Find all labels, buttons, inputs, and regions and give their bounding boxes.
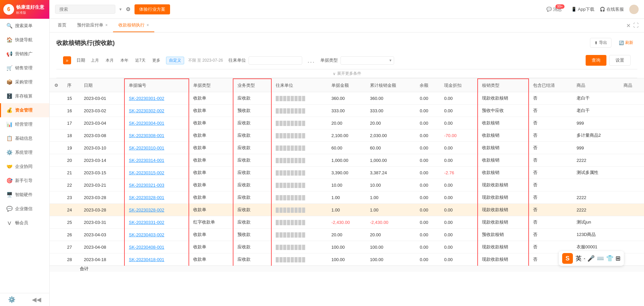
sidebar-item-purchase[interactable]: 📦 采购管理: [0, 75, 49, 89]
filter-bar: » 日期 上月 本月 本年 近7天 更多 自定义 不限 至 2023-07-26: [56, 52, 637, 69]
sidebar-item-marketing[interactable]: 📢 营销推广: [0, 47, 49, 61]
sidebar-item-corp[interactable]: 🤝 企业协同: [0, 160, 49, 174]
date-last-month[interactable]: 上月: [88, 56, 102, 65]
td-order-no[interactable]: SK-20230308-001: [124, 129, 189, 142]
sidebar-item-system[interactable]: ⚙️ 系统管理: [0, 145, 49, 160]
sidebar-item-finance[interactable]: 💰 资金管理: [0, 103, 49, 117]
collapse-icon[interactable]: ◀◀: [32, 296, 41, 303]
topbar-search-input[interactable]: [55, 5, 115, 14]
order-type-select[interactable]: [340, 56, 394, 65]
td-date: 2023-03-01: [80, 92, 124, 105]
td-order-no[interactable]: SK-20230304-001: [124, 117, 189, 129]
td-order-no[interactable]: SK-20230408-001: [124, 241, 189, 253]
guide-label: 新手引导: [15, 178, 33, 184]
sidebar-item-hardware[interactable]: 🖥️ 智能硬件: [0, 188, 49, 202]
sidebar-item-shortcut[interactable]: 🏠 快捷导航: [0, 33, 49, 47]
sidebar-item-operation[interactable]: 📊 经营管理: [0, 117, 49, 131]
td-balance: 0.00: [416, 129, 440, 142]
s-icon-mic[interactable]: 🎤: [587, 255, 595, 262]
s-icon-grid[interactable]: ⊞: [615, 255, 621, 262]
wechat-icon: 💬: [6, 206, 12, 212]
td-order-type: 收款单: [189, 154, 233, 167]
td-order-no[interactable]: SK-20230331-002: [124, 216, 189, 229]
table-row: 192023-03-10SK-20230310-001收款单应收款███████…: [50, 142, 644, 154]
td-checkbox: [50, 229, 63, 241]
tab-home[interactable]: 首页: [52, 19, 72, 32]
th-writeoff-amount: 累计核销金额: [366, 79, 416, 92]
td-order-no[interactable]: SK-20230301-002: [124, 92, 189, 105]
td-order-no[interactable]: SK-20230310-001: [124, 142, 189, 154]
online-service-btn[interactable]: 🎧 在线客服: [600, 6, 624, 12]
td-order-no[interactable]: SK-20230302-002: [124, 105, 189, 117]
s-icon-text[interactable]: 英: [576, 254, 582, 262]
tab-collection-label: 收款核销执行: [118, 22, 145, 28]
sidebar-item-sales[interactable]: 🛒 销售管理: [0, 61, 49, 75]
sidebar-item-guide[interactable]: 🎯 新手引导: [0, 174, 49, 188]
app-download-btn[interactable]: 📱 App下载: [571, 6, 594, 12]
tab-expand-icon[interactable]: ⛶: [633, 22, 639, 28]
tab-close-all-icon[interactable]: ✕: [626, 22, 631, 29]
sidebar-item-basic[interactable]: 📋 基础信息: [0, 131, 49, 145]
tab-collection-close[interactable]: ×: [147, 23, 149, 27]
td-order-no[interactable]: SK-20230328-002: [124, 204, 189, 216]
tab-prepay[interactable]: 预付款应付单 ×: [72, 19, 113, 32]
sidebar-item-member[interactable]: V 畅会员: [0, 216, 49, 230]
td-amount: 10.00: [327, 179, 366, 191]
query-btn[interactable]: 查询: [586, 55, 606, 66]
td-goods2: [620, 204, 644, 216]
date-this-month[interactable]: 本月: [103, 56, 117, 65]
filter-more-dots[interactable]: ...: [308, 57, 315, 64]
tab-prepay-close[interactable]: ×: [105, 23, 108, 27]
sidebar-item-inventory[interactable]: 🗄️ 库存核算: [0, 89, 49, 103]
topbar-dropdown-arrow[interactable]: ▾: [119, 7, 122, 12]
sidebar-item-search[interactable]: 🔍 搜索菜单: [0, 19, 49, 33]
td-checkbox: [50, 105, 63, 117]
td-order-no[interactable]: SK-20230403-002: [124, 229, 189, 241]
td-goods: 2222: [573, 154, 620, 167]
td-date: 2023-04-03: [80, 229, 124, 241]
date-more[interactable]: 更多: [149, 56, 163, 65]
td-order-no[interactable]: SK-20230418-001: [124, 253, 189, 266]
tab-collection[interactable]: 收款核销执行 ×: [113, 19, 154, 32]
table-row: 182023-03-08SK-20230308-001收款单应收款███████…: [50, 129, 644, 142]
td-order-no[interactable]: SK-20230315-002: [124, 167, 189, 179]
basic-label: 基础信息: [15, 135, 33, 141]
industry-btn[interactable]: 体验行业方案: [135, 4, 170, 14]
td-order-no[interactable]: SK-20230314-001: [124, 154, 189, 167]
td-cash-discount: 0.00: [440, 105, 478, 117]
date-7days[interactable]: 近7天: [132, 56, 149, 65]
th-gear[interactable]: ⚙: [50, 79, 63, 92]
td-order-no[interactable]: SK-20230321-003: [124, 179, 189, 191]
hardware-icon: 🖥️: [6, 192, 12, 198]
td-order-no[interactable]: SK-20230328-001: [124, 191, 189, 204]
td-checkbox: [50, 253, 63, 266]
filter-settings-btn[interactable]: 设置: [609, 55, 631, 66]
date-this-year[interactable]: 本年: [117, 56, 131, 65]
topbar-gear-icon[interactable]: ⚙: [126, 6, 130, 12]
table-row: 172023-03-04SK-20230304-001收款单应收款███████…: [50, 117, 644, 129]
td-balance: 0.00: [416, 117, 440, 129]
s-icon-shirt[interactable]: 👕: [606, 255, 613, 262]
td-order-type: 红字收款单: [189, 216, 233, 229]
td-order-type: 收款单: [189, 241, 233, 253]
messages-btn[interactable]: 💬 消息 99+: [546, 6, 562, 12]
td-writeoff-amount: 100.00: [366, 253, 416, 266]
sidebar-item-wechat[interactable]: 💬 企业微信: [0, 202, 49, 216]
td-amount: 3,390.00: [327, 167, 366, 179]
user-avatar[interactable]: [629, 5, 639, 14]
td-biz-type: 应收款: [233, 117, 271, 129]
date-custom-btn[interactable]: 自定义: [166, 57, 184, 64]
expand-more-btn[interactable]: ∨ 展开更多条件: [333, 71, 361, 76]
refresh-btn[interactable]: 🔄 刷新: [615, 38, 637, 48]
td-amount: 100.00: [327, 253, 366, 266]
td-partner: ████████: [271, 204, 327, 216]
expand-more-icon: ∨: [333, 71, 336, 76]
partner-input[interactable]: [249, 56, 302, 65]
td-writeoff-type: 收款核销: [478, 117, 528, 129]
filter-expand-btn[interactable]: »: [63, 56, 71, 64]
settings-icon[interactable]: ⚙️: [8, 296, 15, 303]
export-btn[interactable]: ⬆ 导出: [590, 38, 611, 48]
td-writeoff-amount: 1.00: [366, 204, 416, 216]
td-date: 2023-03-14: [80, 154, 124, 167]
s-icon-keyboard[interactable]: ⌨️: [597, 255, 604, 262]
